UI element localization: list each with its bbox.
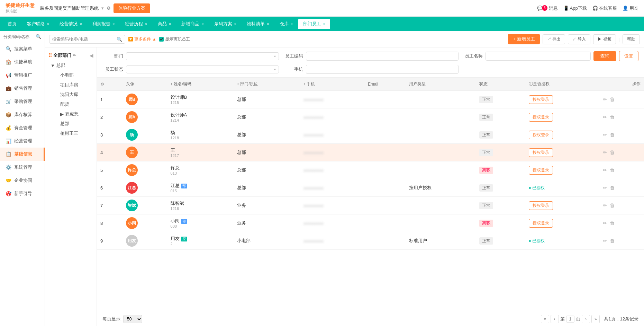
last-page-btn[interactable]: » (591, 315, 600, 323)
tab-addgoods[interactable]: 新增商品 × (176, 19, 208, 29)
delete-icon[interactable]: 🗑 (610, 238, 615, 244)
prev-page-btn[interactable]: ‹ (551, 315, 559, 323)
auth-login-btn[interactable]: 授权登录 (529, 95, 553, 104)
collapse-icon[interactable]: ◀ (90, 53, 93, 58)
dept-node-peihuo[interactable]: 配货 (55, 99, 97, 109)
message-icon[interactable]: 💬 6 消息 (537, 5, 557, 11)
row-auth[interactable]: 授权登录 (525, 197, 600, 214)
tab-home[interactable]: 首页 (3, 19, 21, 29)
status-select[interactable]: ▾ (126, 65, 279, 73)
tab-barcode[interactable]: 条码方案 × (209, 19, 241, 29)
sidebar-item-basic[interactable]: 📋基础信息 (0, 148, 45, 161)
row-auth[interactable]: 授权登录 (525, 91, 600, 108)
search-icon[interactable]: 🔍 (117, 37, 122, 42)
delete-icon[interactable]: 🗑 (610, 220, 615, 226)
phone-input[interactable] (306, 65, 459, 74)
edit-icon[interactable]: ✏ (603, 132, 607, 138)
sidebar-item-system[interactable]: ⚙️系统管理 (0, 161, 45, 174)
sidebar-item-operations[interactable]: 📊经营管理 (0, 134, 45, 148)
import-btn[interactable]: ↙ 导入 (568, 34, 590, 44)
tab-profit[interactable]: 利润报告 × (88, 19, 119, 29)
auth-login-btn[interactable]: 授权登录 (529, 131, 553, 139)
dept-node-shenyang[interactable]: 沈阳大库 (55, 90, 97, 99)
edit-icon[interactable]: ✏ (603, 220, 607, 226)
tab-customer[interactable]: 客户联络 × (22, 19, 54, 29)
empname-input[interactable] (486, 52, 591, 61)
delete-icon[interactable]: 🗑 (610, 185, 615, 191)
help-btn[interactable]: 帮助 (623, 34, 640, 44)
tab-warehouse[interactable]: 仓库 × (275, 19, 298, 29)
more-filter-btn[interactable]: 🔽 更多条件 ▲ (128, 36, 156, 42)
dept-node-xiaodian[interactable]: 小电部 (55, 70, 97, 80)
auth-login-btn[interactable]: 授权登录 (529, 219, 553, 228)
per-page-select[interactable]: 50 100 (123, 315, 142, 323)
sidebar-item-guide[interactable]: 🎯新手引导 (0, 187, 45, 200)
user-avatar[interactable]: 👤 用友 (623, 5, 638, 11)
dropdown-arrow[interactable]: ▾ (101, 6, 104, 11)
empcode-label: 员工编码 (282, 53, 303, 59)
delete-icon[interactable]: 🗑 (610, 167, 615, 173)
sidebar-item-finance[interactable]: 💰资金管理 (0, 121, 45, 134)
sidebar-item-marketing[interactable]: 📢营销推广 (0, 69, 45, 82)
app-download-link[interactable]: 📱 App下载 (563, 5, 587, 11)
filter-empname: 员工名称 查询 设置 (462, 51, 638, 61)
delete-icon[interactable]: 🗑 (610, 150, 615, 155)
auth-login-btn[interactable]: 授权登录 (529, 166, 553, 175)
auth-login-btn[interactable]: 授权登录 (529, 201, 553, 210)
sidebar-search-input[interactable] (3, 34, 34, 39)
edit-icon[interactable]: ✏ (603, 114, 607, 120)
setting-button[interactable]: 设置 (619, 51, 638, 61)
show-resigned-checkbox[interactable] (159, 37, 164, 42)
delete-icon[interactable]: 🗑 (610, 132, 615, 138)
dept-node-shuanghu[interactable]: ▶ 双虎想 (55, 109, 97, 119)
delete-icon[interactable]: 🗑 (610, 114, 615, 120)
edit-dept-icon[interactable]: ✏ (73, 53, 76, 58)
row-auth[interactable]: 授权登录 (525, 144, 600, 161)
dept-all-label[interactable]: 全部部门 (53, 52, 71, 59)
next-page-btn[interactable]: › (582, 315, 590, 323)
tab-employees[interactable]: 部门员工 × (298, 19, 330, 29)
trial-button[interactable]: 体验行业方案 (114, 3, 150, 13)
dept-node-zongbu[interactable]: ▼ 总部 (45, 61, 97, 70)
edit-icon[interactable]: ✏ (603, 97, 607, 102)
online-service-link[interactable]: 🎧 在线客服 (592, 5, 617, 11)
sidebar-item-quicknav[interactable]: 🏠快捷导航 (0, 55, 45, 69)
dept-node-zhishu[interactable]: 植树王三 (55, 129, 97, 138)
sidebar-item-search[interactable]: 🔍搜索菜单 (0, 42, 45, 55)
gear-icon[interactable]: ⚙ (107, 6, 111, 11)
tab-bom[interactable]: 物料清单 × (242, 19, 274, 29)
tab-history[interactable]: 经营历程 × (120, 19, 152, 29)
auth-login-btn[interactable]: 授权登录 (529, 148, 553, 157)
sidebar-item-sales[interactable]: 💼销售管理 (0, 82, 45, 95)
col-phone: ↕ 手机 (300, 78, 364, 91)
delete-icon[interactable]: 🗑 (610, 203, 615, 208)
edit-icon[interactable]: ✏ (603, 150, 607, 155)
show-resigned-toggle[interactable]: 显示离职员工 (159, 36, 190, 42)
row-auth[interactable]: 授权登录 (525, 214, 600, 232)
sidebar-search-icon[interactable]: 🔍 (36, 34, 41, 39)
add-employee-btn[interactable]: + 新增员工 (508, 34, 539, 44)
view-btn[interactable]: ▶ 视频 (593, 34, 616, 44)
sidebar-item-purchase[interactable]: 🛒采购管理 (0, 95, 45, 108)
row-auth[interactable]: 授权登录 (525, 126, 600, 144)
edit-icon[interactable]: ✏ (603, 185, 607, 191)
search-button[interactable]: 查询 (593, 51, 616, 61)
search-input[interactable] (52, 37, 115, 42)
edit-icon[interactable]: ✏ (603, 203, 607, 208)
empcode-input[interactable] (306, 52, 459, 61)
delete-icon[interactable]: 🗑 (610, 97, 615, 102)
sidebar-item-inventory[interactable]: 📦库存核算 (0, 108, 45, 121)
row-auth[interactable]: 授权登录 (525, 161, 600, 179)
sidebar-item-collab[interactable]: 🤝企业协同 (0, 174, 45, 187)
dept-node-project[interactable]: 项目库房 (55, 80, 97, 90)
row-auth[interactable]: 授权登录 (525, 108, 600, 126)
first-page-btn[interactable]: « (541, 315, 549, 323)
edit-icon[interactable]: ✏ (603, 167, 607, 173)
edit-icon[interactable]: ✏ (603, 238, 607, 244)
dept-node-zongbu2[interactable]: 总部 (55, 119, 97, 129)
tab-operation[interactable]: 经营情况 × (55, 19, 87, 29)
auth-login-btn[interactable]: 授权登录 (529, 113, 553, 122)
tab-goods[interactable]: 商品 × (153, 19, 176, 29)
dept-select[interactable]: ▾ (126, 52, 279, 60)
export-btn[interactable]: ↗ 导出 (543, 34, 565, 44)
